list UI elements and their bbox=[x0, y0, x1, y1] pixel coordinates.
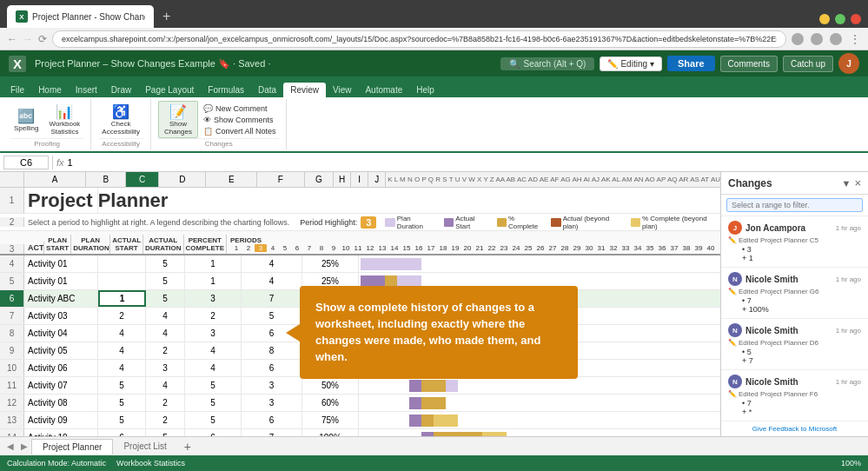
ribbon-accessibility-btn[interactable]: ♿ Check Accessibility bbox=[98, 102, 143, 137]
feedback-button[interactable]: Give Feedback to Microsoft bbox=[721, 421, 868, 436]
col-header-rest: K L M N O P Q R S T U V W X Y Z AA AB AC… bbox=[386, 172, 720, 187]
change-action: ✏️ Edited Project Planner G6 bbox=[728, 288, 861, 295]
add-sheet-button[interactable]: + bbox=[177, 438, 198, 455]
cell-activity[interactable]: Activity 01 bbox=[24, 255, 98, 272]
editing-button[interactable]: ✏️ Editing ▾ bbox=[600, 56, 662, 71]
tab-home[interactable]: Home bbox=[31, 83, 69, 97]
changes-filter-input[interactable] bbox=[726, 198, 863, 212]
tab-automate[interactable]: Automate bbox=[358, 83, 409, 97]
sheet-tab-project-list[interactable]: Project List bbox=[113, 439, 176, 454]
ribbon-convert-notes-btn[interactable]: 📋Convert All Notes bbox=[200, 126, 280, 136]
cell-actual-start[interactable]: 3 bbox=[185, 290, 242, 307]
status-zoom[interactable]: 100% bbox=[841, 459, 861, 468]
url-input[interactable] bbox=[52, 30, 786, 48]
forward-button[interactable]: → bbox=[23, 33, 33, 45]
cell-activity[interactable]: Activity ABC bbox=[24, 290, 98, 307]
cell-actual-dur[interactable]: 4 bbox=[242, 255, 302, 272]
tab-insert[interactable]: Insert bbox=[69, 83, 104, 97]
row-num-8[interactable]: 8 bbox=[0, 325, 24, 342]
search-box[interactable]: 🔍 Search (Alt + Q) bbox=[500, 57, 594, 70]
close-button[interactable] bbox=[851, 14, 861, 24]
col-header-a[interactable]: A bbox=[24, 172, 86, 187]
row-num-4[interactable]: 4 bbox=[0, 255, 24, 272]
change-action: ✏️ Edited Project Planner F6 bbox=[728, 390, 861, 398]
calculation-mode: Calculation Mode: Automatic bbox=[7, 459, 106, 468]
row-num-7[interactable]: 7 bbox=[0, 308, 24, 324]
tab-page-layout[interactable]: Page Layout bbox=[138, 83, 201, 97]
back-button[interactable]: ← bbox=[7, 33, 17, 45]
formula-input[interactable] bbox=[68, 157, 865, 168]
col-header-b[interactable]: B bbox=[86, 172, 126, 187]
excel-logo: X bbox=[9, 56, 26, 72]
cell-actual-start[interactable]: 1 bbox=[185, 255, 242, 272]
minimize-button[interactable] bbox=[819, 14, 830, 24]
tab-formulas[interactable]: Formulas bbox=[201, 83, 251, 97]
tab-file[interactable]: File bbox=[3, 83, 31, 97]
cell-actual-start[interactable]: 1 bbox=[185, 273, 242, 289]
new-tab-button[interactable]: + bbox=[159, 9, 174, 28]
cell-activity[interactable]: Activity 01 bbox=[24, 273, 98, 289]
change-item[interactable]: N Nicole Smith 1 hr ago ✏️ Edited Projec… bbox=[721, 268, 868, 319]
row-num-1[interactable]: 1 bbox=[0, 188, 24, 213]
cell-reference-box[interactable] bbox=[3, 156, 49, 169]
ribbon-workbook-stats-btn[interactable]: 📊 Workbook Statistics bbox=[45, 102, 83, 137]
tab-draw[interactable]: Draw bbox=[104, 83, 138, 97]
row-num-2[interactable]: 2 bbox=[0, 217, 24, 227]
catchup-button[interactable]: Catch up bbox=[783, 56, 833, 72]
comments-button[interactable]: Comments bbox=[720, 56, 778, 72]
col-header-e[interactable]: E bbox=[206, 172, 257, 187]
col-header-i[interactable]: I bbox=[351, 172, 368, 187]
ribbon-spelling-btn[interactable]: 🔤 Spelling bbox=[10, 106, 42, 134]
change-item[interactable]: J Jon Acampora 1 hr ago ✏️ Edited Projec… bbox=[721, 216, 868, 268]
cell-plan-dur[interactable]: 5 bbox=[146, 255, 185, 272]
tab-review[interactable]: Review bbox=[283, 83, 326, 97]
workbook-stats-status[interactable]: Workbook Statistics bbox=[116, 459, 185, 468]
cell-plan-start[interactable] bbox=[98, 255, 146, 272]
cell-plan-dur[interactable]: 5 bbox=[146, 273, 185, 289]
row-num-5[interactable]: 5 bbox=[0, 273, 24, 289]
cell-actual-dur[interactable]: 7 bbox=[242, 290, 302, 307]
row-num-11[interactable]: 11 bbox=[0, 377, 24, 394]
row-num-6[interactable]: 6 bbox=[0, 290, 24, 307]
row-num-13[interactable]: 13 bbox=[0, 412, 24, 428]
change-item[interactable]: N Nicole Smith 1 hr ago ✏️ Edited Projec… bbox=[721, 319, 868, 370]
row-num-3[interactable]: 3 bbox=[0, 244, 24, 254]
refresh-button[interactable]: ⟳ bbox=[38, 33, 47, 45]
row-num-14[interactable]: 14 bbox=[0, 429, 24, 436]
col-header-f[interactable]: F bbox=[257, 172, 304, 187]
cell-plan-start[interactable] bbox=[98, 273, 146, 289]
change-item[interactable]: N Nicole Smith 1 hr ago ✏️ Edited Projec… bbox=[721, 370, 868, 421]
cell-subtitle: Select a period to highlight at right. A… bbox=[24, 218, 293, 227]
col-header-c[interactable]: C bbox=[126, 172, 159, 187]
tab-help[interactable]: Help bbox=[409, 83, 441, 97]
scroll-left-button[interactable]: ◀ bbox=[3, 441, 17, 451]
sheet-tab-project-planner[interactable]: Project Planner bbox=[31, 439, 113, 454]
tab-data[interactable]: Data bbox=[251, 83, 283, 97]
ribbon-show-changes-btn[interactable]: 📝 Show Changes bbox=[158, 101, 198, 138]
cell-percent[interactable]: 25% bbox=[302, 255, 359, 272]
col-header-h[interactable]: H bbox=[334, 172, 351, 187]
row-num-12[interactable]: 12 bbox=[0, 395, 24, 411]
col-header-j[interactable]: J bbox=[368, 172, 386, 187]
browser-menu-button[interactable]: ⋮ bbox=[849, 32, 861, 46]
ribbon-new-comment-btn[interactable]: 💬New Comment bbox=[200, 103, 280, 114]
ribbon-show-comments-btn[interactable]: 👁Show Comments bbox=[200, 115, 280, 125]
maximize-button[interactable] bbox=[835, 14, 845, 24]
share-button[interactable]: Share bbox=[667, 56, 715, 71]
col-header-d[interactable]: D bbox=[159, 172, 206, 187]
col-header-g[interactable]: G bbox=[305, 172, 335, 187]
tab-view[interactable]: View bbox=[326, 83, 359, 97]
filter-icon[interactable]: ▼ bbox=[842, 178, 851, 189]
row-num-9[interactable]: 9 bbox=[0, 342, 24, 359]
row-num-10[interactable]: 10 bbox=[0, 360, 24, 376]
cell-a1[interactable]: Project Planner bbox=[24, 188, 98, 213]
close-panel-button[interactable]: × bbox=[854, 176, 861, 189]
cell-actual-dur[interactable]: 4 bbox=[242, 273, 302, 289]
scroll-right-button[interactable]: ▶ bbox=[17, 441, 31, 451]
cell-plan-dur[interactable]: 5 bbox=[146, 290, 185, 307]
change-username: Jon Acampora bbox=[745, 223, 805, 233]
cell-plan-start[interactable]: 1 bbox=[98, 290, 146, 307]
browser-tab-active[interactable]: X Project Planner - Show Changes: × bbox=[7, 5, 154, 28]
change-username: Nicole Smith bbox=[745, 377, 798, 387]
period-highlight-value[interactable]: 3 bbox=[361, 216, 376, 229]
